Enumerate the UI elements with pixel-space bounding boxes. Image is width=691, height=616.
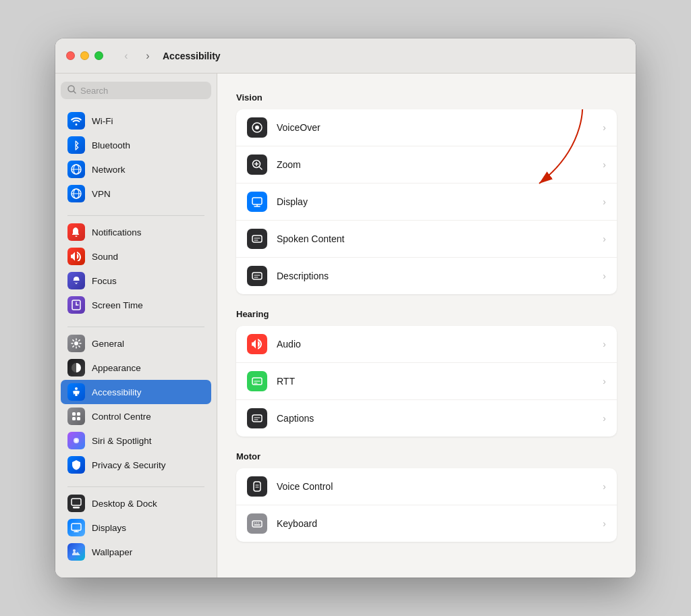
sidebar-item-sound[interactable]: Sound — [61, 244, 211, 269]
settings-row-descriptions[interactable]: Descriptions › — [236, 258, 617, 294]
row-label-voiceover: VoiceOver — [277, 122, 593, 133]
svg-line-1 — [74, 91, 76, 93]
sidebar-item-label-general: General — [92, 339, 124, 349]
display-icon — [247, 192, 267, 212]
appearance-icon — [67, 359, 85, 376]
row-label-audio: Audio — [277, 339, 593, 349]
sidebar-item-accessibility[interactable]: Accessibility — [61, 380, 211, 404]
sidebar-item-label-wallpaper: Wallpaper — [92, 547, 132, 557]
sidebar-item-screentime[interactable]: Screen Time — [61, 293, 211, 317]
sidebar-item-appearance[interactable]: Appearance — [61, 356, 211, 380]
forward-button[interactable]: › — [138, 47, 157, 65]
row-label-voicecontrol: Voice Control — [277, 481, 593, 492]
page-title: Accessibility — [163, 51, 221, 61]
svg-line-29 — [260, 167, 262, 170]
sidebar-item-label-wifi: Wi-Fi — [92, 116, 113, 126]
sidebar-item-label-controlcentre: Control Centre — [92, 412, 151, 422]
sidebar-group-network: Wi-Fi ᛒ Bluetooth — [61, 109, 211, 206]
sidebar-item-label-vpn: VPN — [92, 189, 111, 199]
search-icon — [67, 85, 76, 96]
back-button[interactable]: ‹ — [117, 47, 136, 65]
svg-rect-36 — [252, 235, 262, 242]
svg-point-27 — [255, 125, 259, 130]
settings-row-display[interactable]: Display › — [236, 184, 617, 221]
svg-rect-21 — [73, 507, 80, 509]
displays-icon — [67, 519, 85, 536]
sidebar-item-label-screentime: Screen Time — [92, 300, 143, 310]
settings-group-hearing: Audio › RTT › — [236, 326, 617, 437]
sidebar-group-desktop: Desktop & Dock Displays — [61, 491, 211, 564]
chevron-display: › — [603, 196, 606, 207]
accessibility-icon — [67, 383, 85, 401]
settings-row-spokencontent[interactable]: Spoken Content › — [236, 221, 617, 258]
close-button[interactable] — [66, 51, 75, 60]
main-content: Vision VoiceOver › — [217, 74, 636, 578]
search-bar[interactable] — [61, 82, 211, 99]
sound-icon — [67, 248, 85, 265]
svg-rect-15 — [77, 412, 80, 416]
settings-row-zoom[interactable]: Zoom › — [236, 146, 617, 184]
row-label-keyboard: Keyboard — [277, 518, 593, 529]
sidebar-item-bluetooth[interactable]: ᛒ Bluetooth — [61, 133, 211, 157]
sidebar-item-siri[interactable]: Siri & Spotlight — [61, 428, 211, 453]
svg-rect-14 — [72, 412, 76, 416]
settings-row-rtt[interactable]: RTT › — [236, 363, 617, 400]
sidebar-item-wallpaper[interactable]: Wallpaper — [61, 540, 211, 564]
sidebar-item-desktopdock[interactable]: Desktop & Dock — [61, 491, 211, 515]
row-label-spokencontent: Spoken Content — [277, 233, 593, 244]
sidebar-item-label-accessibility: Accessibility — [92, 387, 142, 397]
sidebar-item-label-notifications: Notifications — [92, 227, 142, 237]
sidebar-item-label-focus: Focus — [92, 276, 117, 286]
fullscreen-button[interactable] — [94, 51, 103, 60]
sidebar-item-vpn[interactable]: VPN — [61, 181, 211, 206]
sidebar-divider-2 — [67, 327, 204, 327]
sidebar-item-notifications[interactable]: Notifications — [61, 220, 211, 244]
sidebar-item-label-displays: Displays — [92, 523, 126, 533]
settings-row-voiceover[interactable]: VoiceOver › — [236, 109, 617, 146]
sidebar-group-general: General Appearance — [61, 331, 211, 477]
row-label-zoom: Zoom — [277, 159, 593, 170]
settings-window: ‹ › Accessibility — [55, 38, 636, 578]
chevron-audio: › — [603, 339, 606, 349]
section-title-hearing: Hearing — [236, 309, 617, 319]
sidebar-item-privacy[interactable]: Privacy & Security — [61, 453, 211, 477]
svg-rect-39 — [252, 273, 262, 279]
audio-icon — [247, 334, 267, 354]
chevron-rtt: › — [603, 376, 606, 387]
section-title-motor: Motor — [236, 451, 617, 461]
titlebar: ‹ › Accessibility — [55, 38, 636, 74]
desktopdock-icon — [67, 495, 85, 512]
focus-icon — [67, 272, 85, 289]
sidebar-item-general[interactable]: General — [61, 331, 211, 356]
sidebar-item-displays[interactable]: Displays — [61, 515, 211, 540]
window-content: Wi-Fi ᛒ Bluetooth — [55, 74, 636, 578]
settings-row-voicecontrol[interactable]: Voice Control › — [236, 468, 617, 505]
descriptions-icon — [247, 266, 267, 286]
settings-row-audio[interactable]: Audio › — [236, 326, 617, 363]
sidebar-divider-3 — [67, 486, 204, 487]
voicecontrol-icon — [247, 476, 267, 497]
sidebar-item-controlcentre[interactable]: Control Centre — [61, 404, 211, 428]
sidebar-item-network[interactable]: Network — [61, 157, 211, 181]
chevron-zoom: › — [603, 159, 606, 170]
sidebar-item-label-appearance: Appearance — [92, 363, 141, 373]
network-icon — [67, 161, 85, 178]
minimize-button[interactable] — [80, 51, 89, 60]
sidebar-item-focus[interactable]: Focus — [61, 269, 211, 293]
sidebar: Wi-Fi ᛒ Bluetooth — [55, 74, 217, 578]
section-title-vision: Vision — [236, 92, 617, 103]
search-input[interactable] — [80, 86, 204, 96]
settings-row-keyboard[interactable]: Keyboard › — [236, 505, 617, 542]
traffic-lights — [66, 51, 103, 60]
sidebar-item-wifi[interactable]: Wi-Fi — [61, 109, 211, 133]
row-label-captions: Captions — [277, 413, 593, 424]
svg-rect-16 — [72, 417, 76, 420]
svg-rect-32 — [252, 198, 262, 204]
svg-point-13 — [75, 387, 78, 390]
settings-row-captions[interactable]: Captions › — [236, 400, 617, 437]
row-label-display: Display — [277, 196, 593, 207]
sidebar-item-label-privacy: Privacy & Security — [92, 460, 166, 470]
svg-rect-20 — [72, 499, 81, 505]
spokencontent-icon — [247, 229, 267, 249]
chevron-keyboard: › — [603, 518, 606, 529]
